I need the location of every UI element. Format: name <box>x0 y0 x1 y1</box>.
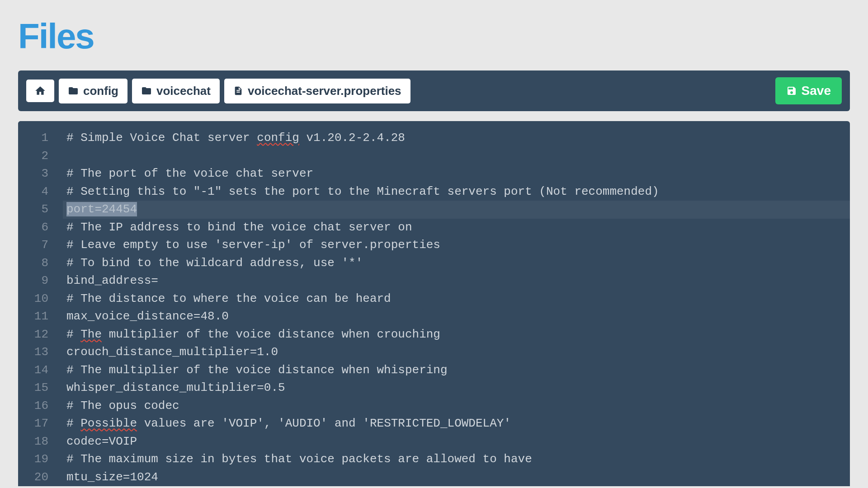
line-number: 19 <box>18 450 48 469</box>
line-number: 18 <box>18 433 48 451</box>
line-number: 11 <box>18 308 48 326</box>
home-button[interactable] <box>26 80 54 102</box>
code-line[interactable]: # Setting this to "-1" sets the port to … <box>66 183 850 201</box>
save-label: Save <box>802 84 831 98</box>
code-line[interactable] <box>66 147 850 165</box>
code-line[interactable]: # Leave empty to use 'server-ip' of serv… <box>66 236 850 254</box>
save-icon <box>786 85 797 96</box>
code-line[interactable]: max_voice_distance=48.0 <box>66 308 850 326</box>
code-line[interactable]: whisper_distance_multiplier=0.5 <box>66 379 850 397</box>
toolbar: config voicechat voicechat-server.proper… <box>18 70 850 111</box>
home-icon <box>34 85 46 97</box>
code-line[interactable]: port=24454 <box>63 201 850 219</box>
code-line[interactable]: # To bind to the wildcard address, use '… <box>66 254 850 272</box>
line-number: 20 <box>18 469 48 487</box>
line-number: 8 <box>18 254 48 272</box>
line-number: 15 <box>18 379 48 397</box>
line-number: 12 <box>18 326 48 344</box>
line-number: 6 <box>18 219 48 237</box>
line-number: 17 <box>18 415 48 433</box>
code-line[interactable]: crouch_distance_multiplier=1.0 <box>66 343 850 361</box>
line-number: 7 <box>18 236 48 254</box>
line-number: 4 <box>18 183 48 201</box>
line-number: 3 <box>18 165 48 183</box>
code-line[interactable]: mtu_size=1024 <box>66 469 850 487</box>
code-editor[interactable]: 1234567891011121314151617181920 # Simple… <box>18 121 850 486</box>
line-gutter: 1234567891011121314151617181920 <box>18 121 57 486</box>
breadcrumb-file[interactable]: voicechat-server.properties <box>224 79 410 103</box>
code-line[interactable]: # The multiplier of the voice distance w… <box>66 361 850 380</box>
page-title: Files <box>18 0 850 70</box>
line-number: 1 <box>18 129 48 147</box>
folder-icon <box>141 85 152 96</box>
code-line[interactable]: # The port of the voice chat server <box>66 165 850 183</box>
save-button[interactable]: Save <box>775 77 842 104</box>
code-line[interactable]: # The maximum size in bytes that voice p… <box>66 450 850 469</box>
code-line[interactable]: # The distance to where the voice can be… <box>66 290 850 308</box>
spell-error: config <box>257 131 299 145</box>
code-line[interactable]: # The opus codec <box>66 397 850 415</box>
folder-icon <box>68 85 79 96</box>
line-number: 16 <box>18 397 48 415</box>
breadcrumb-voicechat[interactable]: voicechat <box>132 79 220 103</box>
line-number: 13 <box>18 343 48 361</box>
code-line[interactable]: codec=VOIP <box>66 433 850 451</box>
code-line[interactable]: # Simple Voice Chat server config v1.20.… <box>66 129 850 147</box>
breadcrumb-label: voicechat <box>156 84 211 98</box>
code-line[interactable]: bind_address= <box>66 272 850 290</box>
line-number: 2 <box>18 147 48 165</box>
breadcrumb-label: voicechat-server.properties <box>248 84 401 98</box>
spell-error: Possible <box>80 417 137 430</box>
line-number: 5 <box>18 201 48 219</box>
code-line[interactable]: # The multiplier of the voice distance w… <box>66 326 850 344</box>
code-line[interactable]: # The IP address to bind the voice chat … <box>66 219 850 237</box>
spell-error: The <box>80 328 102 341</box>
file-icon <box>233 85 243 96</box>
code-content[interactable]: # Simple Voice Chat server config v1.20.… <box>57 121 850 486</box>
line-number: 10 <box>18 290 48 308</box>
code-line[interactable]: # Possible values are 'VOIP', 'AUDIO' an… <box>66 415 850 433</box>
line-number: 14 <box>18 361 48 380</box>
line-number: 9 <box>18 272 48 290</box>
breadcrumb-config[interactable]: config <box>59 79 127 103</box>
breadcrumb-label: config <box>83 84 118 98</box>
selected-text[interactable]: port=24454 <box>66 202 137 216</box>
